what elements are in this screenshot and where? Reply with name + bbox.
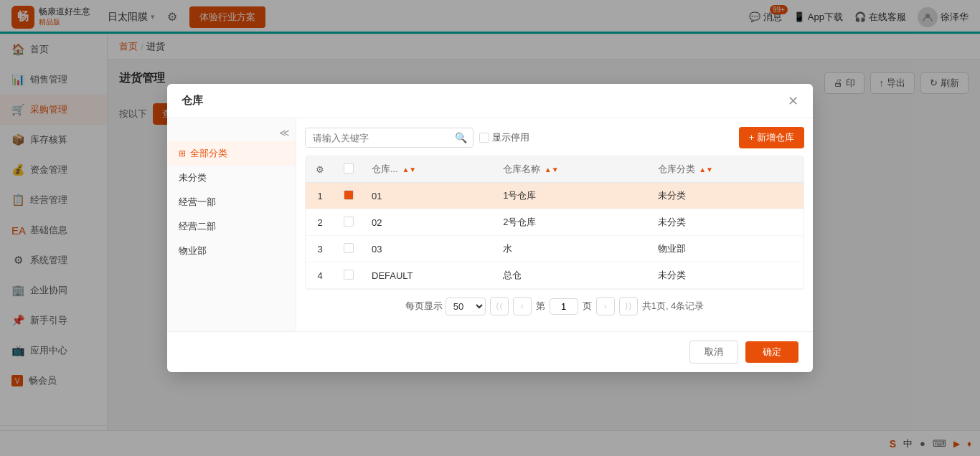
warehouse-modal: 仓库 ✕ ≪ ⊞ 全部分类 未分类 经营一部 经营二部 — [167, 84, 813, 372]
row-checkbox[interactable] — [334, 209, 363, 236]
col-check — [334, 156, 363, 183]
table-row[interactable]: 2 02 2号仓库 未分类 — [306, 209, 804, 236]
warehouse-table: ⚙ 仓库... ▲▼ 仓库名称 ▲▼ — [305, 156, 804, 290]
page-info: 共1页, 4条记录 — [642, 300, 705, 313]
row-checkbox[interactable] — [334, 236, 363, 262]
next-page-button[interactable]: › — [596, 297, 615, 315]
row-num: 2 — [306, 209, 334, 236]
modal-body: ≪ ⊞ 全部分类 未分类 经营一部 经营二部 物业部 — [167, 118, 813, 331]
row-code: 03 — [363, 236, 494, 262]
modal-main-area: 🔍 显示停用 + 新增仓库 ⚙ — [296, 118, 813, 331]
col-category[interactable]: 仓库分类 ▲▼ — [649, 156, 804, 183]
modal-footer: 取消 确定 — [167, 331, 813, 372]
row-code: 01 — [363, 183, 494, 209]
row-num: 1 — [306, 183, 334, 209]
sort-icon: ▲▼ — [402, 166, 416, 174]
show-disabled-label[interactable]: 显示停用 — [479, 131, 529, 144]
sort-icon3: ▲▼ — [699, 166, 713, 174]
table-row[interactable]: 3 03 水 物业部 — [306, 236, 804, 262]
col-settings: ⚙ — [306, 156, 334, 183]
row-checkbox[interactable] — [334, 183, 363, 209]
search-icon[interactable]: 🔍 — [449, 128, 473, 147]
row-num: 4 — [306, 262, 334, 289]
table-row[interactable]: 1 01 1号仓库 未分类 — [306, 183, 804, 209]
category-ops1[interactable]: 经营一部 — [167, 190, 296, 214]
last-page-button[interactable]: ⟩⟩ — [619, 297, 638, 315]
row-code: 02 — [363, 209, 494, 236]
modal-category-sidebar: ≪ ⊞ 全部分类 未分类 经营一部 经营二部 物业部 — [167, 118, 296, 331]
pagination: 每页显示 50 10 20 100 ⟨⟨ ‹ 第 页 › ⟩⟩ — [305, 290, 804, 323]
modal-overlay[interactable]: 仓库 ✕ ≪ ⊞ 全部分类 未分类 经营一部 经营二部 — [0, 0, 980, 456]
row-category: 未分类 — [649, 209, 804, 236]
sort-icon2: ▲▼ — [545, 166, 559, 174]
sidebar-toggle-icon[interactable]: ≪ — [167, 124, 296, 141]
first-page-button[interactable]: ⟨⟨ — [490, 297, 509, 315]
row-code: DEFAULT — [363, 262, 494, 289]
row-category: 物业部 — [649, 236, 804, 262]
modal-title: 仓库 — [182, 94, 203, 108]
close-icon[interactable]: ✕ — [788, 95, 798, 108]
row-checkbox[interactable] — [334, 262, 363, 289]
modal-header: 仓库 ✕ — [167, 84, 813, 118]
row-name: 1号仓库 — [494, 183, 649, 209]
table-row[interactable]: 4 DEFAULT 总仓 未分类 — [306, 262, 804, 289]
prev-page-button[interactable]: ‹ — [513, 297, 532, 315]
row-category: 未分类 — [649, 262, 804, 289]
page-size-select[interactable]: 50 10 20 100 — [446, 298, 486, 315]
row-name: 水 — [494, 236, 649, 262]
category-unclassified[interactable]: 未分类 — [167, 166, 296, 190]
row-num: 3 — [306, 236, 334, 262]
col-name[interactable]: 仓库名称 ▲▼ — [494, 156, 649, 183]
confirm-button[interactable]: 确定 — [745, 341, 798, 363]
col-code[interactable]: 仓库... ▲▼ — [363, 156, 494, 183]
row-name: 2号仓库 — [494, 209, 649, 236]
page-number-input[interactable] — [550, 298, 578, 315]
category-ops2[interactable]: 经营二部 — [167, 214, 296, 239]
show-disabled-checkbox[interactable] — [479, 133, 489, 143]
grid-icon: ⊞ — [179, 148, 186, 158]
category-all[interactable]: ⊞ 全部分类 — [167, 141, 296, 166]
add-warehouse-button[interactable]: + 新增仓库 — [739, 127, 804, 148]
header-checkbox[interactable] — [344, 163, 354, 174]
cancel-button[interactable]: 取消 — [689, 341, 738, 364]
search-input[interactable] — [306, 129, 449, 147]
category-property[interactable]: 物业部 — [167, 239, 296, 263]
search-box: 🔍 — [305, 128, 473, 148]
row-name: 总仓 — [494, 262, 649, 289]
modal-toolbar: 🔍 显示停用 + 新增仓库 — [305, 127, 804, 148]
page-size-selector: 每页显示 50 10 20 100 — [405, 298, 486, 315]
row-category: 未分类 — [649, 183, 804, 209]
